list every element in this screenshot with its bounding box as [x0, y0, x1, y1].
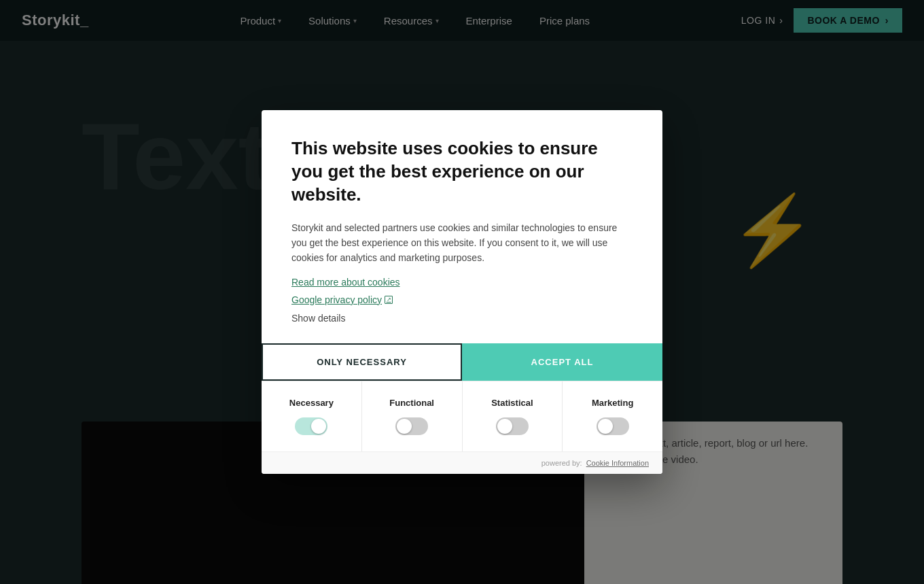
read-more-cookies-link[interactable]: Read more about cookies [291, 277, 633, 288]
toggle-thumb-necessary [311, 419, 326, 434]
google-privacy-link[interactable]: Google privacy policy ↗ [291, 294, 633, 305]
cookie-description: Storykit and selected partners use cooki… [291, 220, 633, 266]
toggle-label-statistical: Statistical [491, 398, 533, 408]
cookie-overlay: This website uses cookies to ensure you … [0, 0, 924, 584]
cookie-toggles-row: Necessary Functional Statistical Marketi… [262, 381, 662, 451]
powered-by-bar: powered by: Cookie Information [262, 451, 662, 474]
accept-all-button[interactable]: ACCEPT ALL [462, 343, 662, 381]
toggle-statistical[interactable] [496, 417, 529, 435]
toggle-necessary[interactable] [295, 417, 327, 435]
toggle-thumb-functional [397, 419, 412, 434]
toggle-label-functional: Functional [389, 398, 434, 408]
toggle-thumb-statistical [497, 419, 512, 434]
cookie-modal-body: This website uses cookies to ensure you … [262, 110, 662, 343]
cookie-modal: This website uses cookies to ensure you … [262, 110, 662, 474]
cookie-information-link[interactable]: Cookie Information [586, 459, 649, 467]
toggle-cell-functional: Functional [362, 381, 463, 451]
toggle-thumb-marketing [598, 419, 613, 434]
external-link-icon: ↗ [385, 296, 393, 304]
powered-by-text: powered by: [541, 459, 582, 467]
toggle-cell-marketing: Marketing [563, 381, 662, 451]
toggle-functional[interactable] [395, 417, 428, 435]
cookie-buttons: ONLY NECESSARY ACCEPT ALL [262, 343, 662, 381]
toggle-cell-necessary: Necessary [262, 381, 362, 451]
show-details-link[interactable]: Show details [291, 313, 345, 324]
toggle-cell-statistical: Statistical [463, 381, 563, 451]
toggle-marketing[interactable] [597, 417, 629, 435]
only-necessary-button[interactable]: ONLY NECESSARY [262, 343, 462, 381]
toggle-label-necessary: Necessary [289, 398, 334, 408]
cookie-title: This website uses cookies to ensure you … [291, 137, 633, 206]
toggle-label-marketing: Marketing [592, 398, 633, 408]
